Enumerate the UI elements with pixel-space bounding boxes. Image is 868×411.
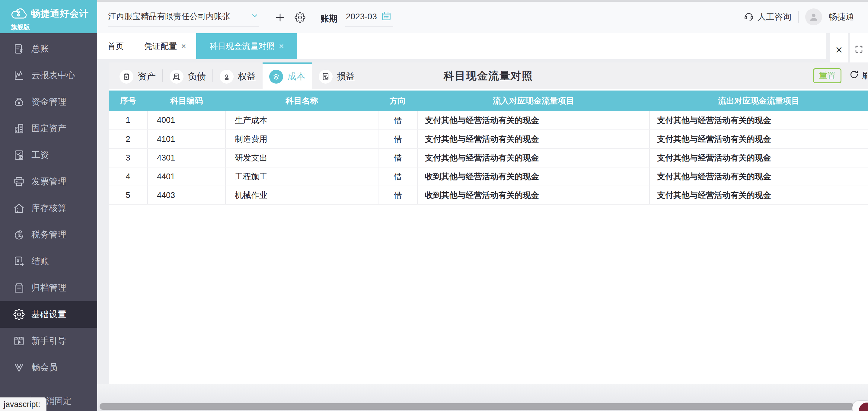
close-all-tabs-button[interactable]: ×: [830, 33, 848, 66]
sidebar-item-label: 库存核算: [31, 202, 66, 214]
table-row-4[interactable]: 54403机械作业借收到其他与经营活动有关的现金支付其他与经营活动有关的现金: [108, 186, 868, 204]
cell-r1-c0: 2: [108, 130, 148, 149]
calendar-icon: [381, 11, 392, 22]
table-row-0[interactable]: 14001生产成本借支付其他与经营活动有关的现金支付其他与经营活动有关的现金: [108, 111, 868, 130]
salary-sheet-icon: [13, 149, 25, 161]
sidebar-item-label: 云报表中心: [31, 69, 75, 82]
cell-r0-c5: 支付其他与经营活动有关的现金: [650, 111, 868, 130]
sidebar-item-0[interactable]: 总账: [0, 36, 97, 62]
cell-r2-c0: 3: [108, 149, 148, 167]
tab-close-icon[interactable]: ×: [181, 42, 186, 51]
fullscreen-button[interactable]: [850, 33, 868, 66]
tab-2[interactable]: 科目现金流量对照×: [196, 33, 297, 59]
subtab-4[interactable]: 损益: [312, 62, 362, 89]
subtab-3[interactable]: 成本: [262, 62, 312, 89]
user-name[interactable]: 畅捷通: [829, 11, 854, 23]
cell-r0-c0: 1: [108, 111, 148, 130]
member-icon: [13, 362, 25, 373]
refresh-button[interactable]: 刷: [849, 70, 868, 82]
tab-1[interactable]: 凭证配置×: [134, 33, 196, 59]
live-support-button[interactable]: 人工咨询: [744, 11, 791, 23]
cell-r4-c1: 4403: [148, 186, 225, 204]
table-row-2[interactable]: 34301研发支出借支付其他与经营活动有关的现金支付其他与经营活动有关的现金: [108, 149, 868, 167]
sidebar-item-4[interactable]: 工资: [0, 142, 97, 168]
cell-r1-c5: 支付其他与经营活动有关的现金: [650, 130, 868, 149]
cell-r0-c1: 4001: [148, 111, 225, 130]
sidebar-item-label: 畅会员: [31, 361, 58, 374]
horizontal-scrollbar[interactable]: [100, 403, 854, 410]
cell-r3-c5: 支付其他与经营活动有关的现金: [650, 167, 868, 186]
cell-r3-c1: 4401: [148, 167, 225, 186]
equity-icon: [220, 70, 234, 84]
sidebar-item-5[interactable]: 发票管理: [0, 168, 97, 195]
cell-r0-c2: 生产成本: [225, 111, 378, 130]
settings-gear-icon[interactable]: [294, 12, 305, 23]
profit-loss-icon: [319, 70, 333, 84]
subtab-label: 损益: [337, 70, 355, 83]
corner-floating-widget[interactable]: [850, 399, 868, 411]
open-tabs: 首页凭证配置×科目现金流量对照×: [97, 33, 297, 59]
user-avatar[interactable]: [805, 8, 822, 25]
sidebar-item-7[interactable]: 税务管理: [0, 221, 97, 248]
sidebar-item-11[interactable]: 新手引导: [0, 328, 97, 354]
app-edition: 旗舰版: [11, 23, 97, 31]
sidebar-item-label: 新手引导: [31, 335, 66, 347]
add-account-set-button[interactable]: [275, 12, 285, 23]
subtabs: 资产负债权益成本损益: [113, 62, 362, 89]
sidebar-item-10[interactable]: 基础设置: [0, 301, 97, 328]
company-selector[interactable]: 江西服宝精品有限责任公司内账张: [108, 11, 259, 27]
tab-label: 凭证配置: [144, 41, 177, 52]
tab-0[interactable]: 首页: [97, 33, 134, 59]
table-header-row: 序号科目编码科目名称方向流入对应现金流量项目流出对应现金流量项目: [108, 91, 868, 111]
column-header-4: 流入对应现金流量项目: [417, 91, 650, 111]
cell-r2-c4: 支付其他与经营活动有关的现金: [417, 149, 650, 167]
sidebar-item-label: 总账: [31, 43, 49, 55]
sidebar-item-label: 固定资产: [31, 123, 66, 135]
sidebar-item-3[interactable]: 固定资产: [0, 115, 97, 142]
tab-close-icon[interactable]: ×: [279, 42, 284, 51]
subtab-0[interactable]: 资产: [113, 62, 162, 89]
headset-icon: [744, 11, 754, 23]
cashflow-mapping-table: 序号科目编码科目名称方向流入对应现金流量项目流出对应现金流量项目 14001生产…: [108, 91, 868, 205]
cell-r3-c0: 4: [108, 167, 148, 186]
sidebar-item-8[interactable]: 结账: [0, 248, 97, 275]
sidebar-item-6[interactable]: 库存核算: [0, 195, 97, 221]
period-picker[interactable]: 2023-03: [345, 11, 393, 27]
sidebar-item-label: 税务管理: [31, 229, 66, 241]
cell-r4-c4: 收到其他与经营活动有关的现金: [417, 186, 650, 204]
subtab-label: 成本: [287, 70, 305, 83]
subtab-label: 资产: [137, 70, 156, 83]
column-header-2: 科目名称: [225, 91, 378, 111]
sidebar-item-12[interactable]: 畅会员: [0, 354, 97, 381]
sidebar-item-label: 发票管理: [31, 176, 66, 188]
ledger-icon: [13, 43, 25, 55]
subtab-2[interactable]: 权益: [213, 62, 262, 89]
support-label: 人工咨询: [757, 11, 791, 23]
sidebar-item-1[interactable]: 云报表中心: [0, 62, 97, 89]
sidebar-item-label: 结账: [31, 255, 49, 267]
asset-icon: [120, 70, 133, 84]
cell-r4-c3: 借: [378, 186, 417, 204]
cell-r1-c1: 4101: [148, 130, 225, 149]
subtab-label: 权益: [238, 70, 256, 83]
video-guide-icon: [13, 335, 25, 347]
invoice-icon: [13, 176, 25, 187]
page-title: 科目现金流量对照: [444, 69, 533, 83]
sidebar-item-9[interactable]: 归档管理: [0, 275, 97, 301]
cell-r3-c4: 收到其他与经营活动有关的现金: [417, 167, 650, 186]
table-row-3[interactable]: 44401工程施工借收到其他与经营活动有关的现金支付其他与经营活动有关的现金: [108, 167, 868, 186]
column-header-1: 科目编码: [148, 91, 225, 111]
table-row-1[interactable]: 24101制造费用借支付其他与经营活动有关的现金支付其他与经营活动有关的现金: [108, 130, 868, 149]
tabbar-gap: [826, 33, 830, 59]
app-logo[interactable]: 畅捷通好会计 旗舰版: [0, 0, 97, 33]
cell-r0-c4: 支付其他与经营活动有关的现金: [417, 111, 650, 130]
report-chart-icon: [13, 70, 25, 81]
sidebar-item-label: 归档管理: [31, 282, 66, 294]
sidebar-item-2[interactable]: 资金管理: [0, 89, 97, 115]
column-header-0: 序号: [108, 91, 148, 111]
refresh-label: 刷: [862, 70, 868, 82]
reset-button[interactable]: 重置: [813, 68, 841, 83]
cell-r3-c2: 工程施工: [225, 167, 378, 186]
column-header-3: 方向: [378, 91, 417, 111]
subtab-1[interactable]: 负债: [163, 62, 213, 89]
